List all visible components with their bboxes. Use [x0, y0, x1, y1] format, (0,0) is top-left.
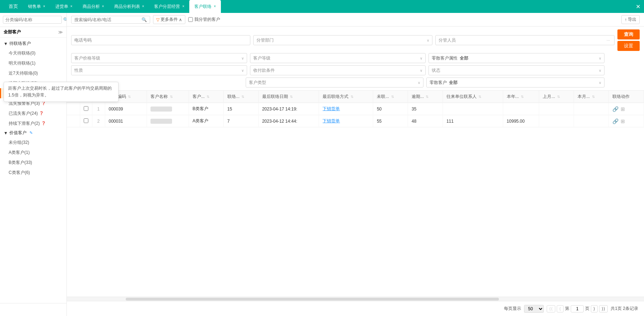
- arrow-icon: ▼: [4, 41, 8, 46]
- toolbar-search-icon[interactable]: 🔍: [142, 17, 147, 22]
- cell-contact-1: 15: [223, 103, 258, 115]
- close-customer-contact-icon[interactable]: ×: [214, 0, 216, 13]
- row1-checkbox[interactable]: [84, 106, 88, 111]
- cell-method-2[interactable]: 下销货单: [319, 115, 373, 127]
- sidebar-item-7days[interactable]: 近7天待联络(0): [0, 68, 66, 78]
- date-sort-icon: ⇅: [290, 95, 293, 99]
- export-button[interactable]: ↑ 导出: [621, 15, 640, 24]
- col-last-month[interactable]: 上月... ⇅: [539, 91, 574, 103]
- my-customer-filter[interactable]: 我分管的客户: [188, 16, 220, 23]
- sidebar-item-tomorrow[interactable]: 明天待联络(1): [0, 58, 66, 68]
- filter-button[interactable]: ▽ 更多条件 ∧: [153, 15, 185, 24]
- sidebar-group-value[interactable]: ▼ 价值客户 ✎: [0, 128, 66, 137]
- col-contact[interactable]: 联络... ⇅: [223, 91, 258, 103]
- sidebar-search-icon[interactable]: 🔍: [63, 17, 67, 22]
- dept-label: 分管部门: [256, 37, 427, 43]
- nav-customer-segment[interactable]: 客户分层经营 ×: [149, 0, 189, 13]
- close-product-analysis-list-icon[interactable]: ×: [142, 0, 144, 13]
- close-purchase-icon[interactable]: ×: [70, 0, 73, 13]
- sidebar-item-classA[interactable]: A类客户(1): [0, 147, 66, 157]
- action-grid-icon-2[interactable]: ⊞: [621, 118, 625, 124]
- toolbar-search-input[interactable]: [74, 17, 140, 22]
- sidebar-group-pending[interactable]: ▼ 待联络客户: [0, 39, 66, 48]
- prev-page-btn[interactable]: ⟨: [557, 305, 564, 312]
- col-this-month[interactable]: 本月... ⇅: [574, 91, 609, 103]
- nav-product-analysis-list[interactable]: 商品分析列表 ×: [109, 0, 149, 13]
- my-customer-checkbox[interactable]: [188, 17, 193, 22]
- close-product-analysis-icon[interactable]: ×: [102, 0, 104, 13]
- action-link-icon-1[interactable]: 🔗: [612, 106, 618, 112]
- next-page-btn[interactable]: ⟩: [591, 305, 598, 312]
- close-window-icon[interactable]: ✕: [636, 3, 640, 10]
- col-this-year[interactable]: 本年... ⇅: [503, 91, 539, 103]
- sidebar-item-ungrouped[interactable]: 未分组(32): [0, 137, 66, 147]
- sidebar-item-classC[interactable]: C类客户(6): [0, 168, 66, 178]
- sidebar-collapse-icon[interactable]: ≫: [58, 30, 63, 35]
- value-arrow-icon: ▼: [4, 131, 8, 136]
- col-last-contact-method[interactable]: 最后联络方式 ⇅: [319, 91, 373, 103]
- cell-name-1: [147, 103, 189, 115]
- value-edit-icon[interactable]: ✎: [29, 131, 33, 135]
- sidebar-tree: ▼ 待联络客户 今天待联络(0) 明天待联络(1) 近7天待联络(0) 逾期未联…: [0, 38, 66, 303]
- cell-checkbox-2[interactable]: [80, 115, 92, 127]
- cell-method-1[interactable]: 下销货单: [319, 103, 373, 115]
- cust-level-arrow-icon: ∨: [420, 56, 422, 60]
- nav-sales[interactable]: 销售单 ×: [23, 0, 50, 13]
- filter-manager[interactable]: 分管人员 ···: [435, 35, 615, 45]
- per-page-select[interactable]: 50 100 200: [524, 305, 544, 313]
- page-number-input[interactable]: [571, 305, 584, 312]
- method-link-2[interactable]: 下销货单: [323, 118, 340, 123]
- query-button[interactable]: 查询: [617, 29, 640, 39]
- lost-help-icon[interactable]: ❓: [39, 110, 43, 117]
- first-page-btn[interactable]: ⟨⟨: [547, 305, 555, 312]
- phone-input[interactable]: [74, 38, 247, 43]
- nav-product-analysis[interactable]: 商品分析 ×: [78, 0, 109, 13]
- cell-this-month-1: [574, 103, 609, 115]
- horizontal-scroll[interactable]: [67, 297, 644, 301]
- filter-dept[interactable]: 分管部门 ∨: [253, 35, 432, 45]
- customer-table: ⚙ # 客户编码 ⇅ 客户名称 ⇅ 客户... ⇅ 联络... ⇅ 最后联络日期…: [67, 91, 644, 127]
- col-type[interactable]: 客户... ⇅: [189, 91, 223, 103]
- filter-retail[interactable]: 零散客户 全部 ∨: [426, 77, 604, 88]
- overdue-sort-icon: ⇅: [426, 95, 428, 99]
- filter-price-level[interactable]: 客户价格等级 ∨: [71, 53, 247, 63]
- filter-status[interactable]: 状态 ∨: [428, 65, 604, 75]
- setting-button[interactable]: 设置: [617, 41, 640, 51]
- retail-attr-value: 全部: [458, 55, 599, 61]
- filter-cust-type[interactable]: 客户类型 ∨: [246, 77, 424, 88]
- declining-help-icon[interactable]: ❓: [41, 120, 46, 127]
- h-scrollbar-thumb[interactable]: [126, 298, 499, 301]
- sidebar-item-declining[interactable]: 持续下滑客户(2) ❓: [0, 118, 66, 128]
- sidebar-search-input[interactable]: [3, 16, 62, 24]
- nav-home[interactable]: 首页: [4, 0, 23, 13]
- filter-payment[interactable]: 收付款条件 ∨: [250, 65, 426, 75]
- col-contacts[interactable]: 往来单位联系人 ⇅: [443, 91, 503, 103]
- last-page-btn[interactable]: ⟩⟩: [599, 305, 608, 312]
- col-overdue[interactable]: 逾期... ⇅: [408, 91, 443, 103]
- manager-dots[interactable]: ···: [607, 38, 610, 42]
- close-sales-icon[interactable]: ×: [43, 0, 45, 13]
- sidebar-item-lost[interactable]: 已流失客户(24) ❓: [0, 108, 66, 118]
- tooltip-box: 距客户上次交易时长，超过了此客户的平均交易周期的1.5倍，则视为异常。: [4, 82, 119, 102]
- cell-checkbox-1[interactable]: [80, 103, 92, 115]
- filter-gender[interactable]: 性质 ∨: [71, 65, 247, 75]
- nav-purchase[interactable]: 进货单 ×: [50, 0, 78, 13]
- sidebar-item-today[interactable]: 今天待联络(0): [0, 48, 66, 58]
- filter-cust-level[interactable]: 客户等级 ∨: [250, 53, 426, 63]
- col-name[interactable]: 客户名称 ⇅: [147, 91, 189, 103]
- sidebar-item-classB[interactable]: B类客户(33): [0, 157, 66, 168]
- col-unreached[interactable]: 未联... ⇅: [373, 91, 408, 103]
- method-link-1[interactable]: 下销货单: [323, 106, 340, 111]
- gender-label: 性质: [74, 67, 241, 74]
- col-last-contact-date[interactable]: 最后联络日期 ⇅: [258, 91, 319, 103]
- nav-customer-contact[interactable]: 客户联络 ×: [189, 0, 221, 13]
- row2-checkbox[interactable]: [84, 118, 88, 123]
- filter-actions: 查询 设置: [617, 29, 640, 51]
- filter-arrow-icon: ∧: [179, 17, 182, 22]
- close-customer-segment-icon[interactable]: ×: [182, 0, 184, 13]
- action-link-icon-2[interactable]: 🔗: [612, 118, 618, 124]
- filter-retail-attr[interactable]: 零散客户属性 全部 ∨: [428, 53, 604, 63]
- status-label: 状态: [432, 67, 599, 74]
- cell-num-2: 2: [92, 115, 105, 127]
- action-grid-icon-1[interactable]: ⊞: [621, 106, 625, 112]
